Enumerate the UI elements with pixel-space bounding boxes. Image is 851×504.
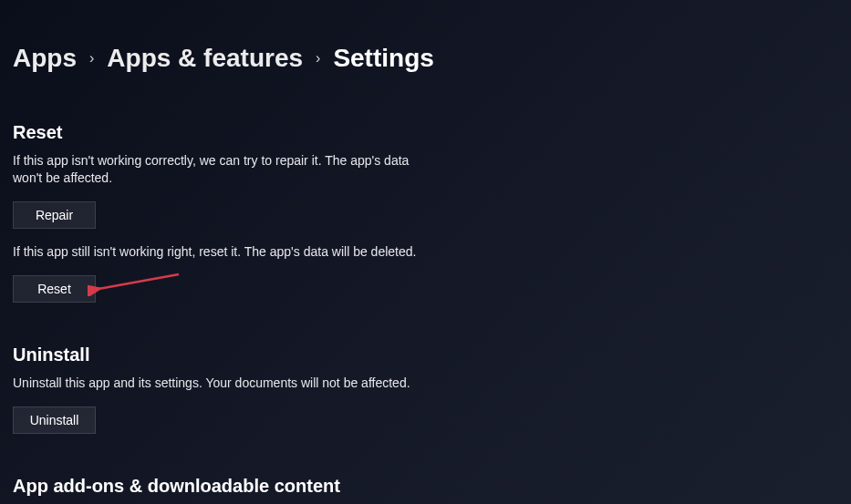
chevron-right-icon: › (89, 50, 94, 67)
breadcrumb-apps[interactable]: Apps (13, 44, 77, 73)
reset-description: If this app still isn't working right, r… (13, 243, 419, 261)
breadcrumb-apps-features[interactable]: Apps & features (107, 44, 303, 73)
addons-section: App add-ons & downloadable content (13, 476, 441, 497)
uninstall-description: Uninstall this app and its settings. You… (13, 375, 419, 392)
repair-button[interactable]: Repair (13, 201, 96, 229)
reset-title: Reset (13, 122, 441, 143)
reset-section: Reset If this app isn't working correctl… (13, 122, 441, 303)
uninstall-section: Uninstall Uninstall this app and its set… (13, 345, 441, 434)
breadcrumb-current: Settings (333, 44, 433, 73)
chevron-right-icon: › (316, 50, 320, 67)
breadcrumb: Apps › Apps & features › Settings (13, 44, 838, 73)
repair-description: If this app isn't working correctly, we … (13, 152, 419, 187)
addons-title: App add-ons & downloadable content (13, 476, 441, 497)
reset-button[interactable]: Reset (13, 275, 96, 303)
uninstall-title: Uninstall (13, 345, 441, 365)
uninstall-button[interactable]: Uninstall (13, 406, 96, 434)
